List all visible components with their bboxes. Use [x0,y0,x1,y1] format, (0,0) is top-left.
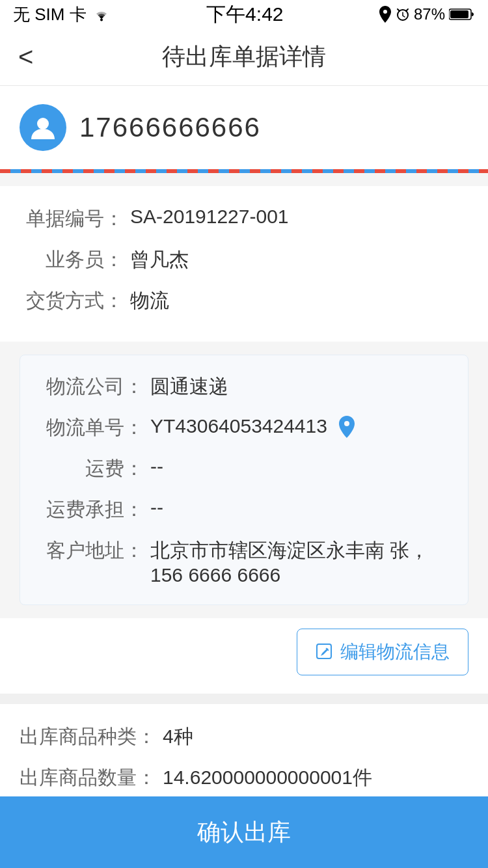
svg-point-0 [100,19,103,21]
location-status-icon [379,6,392,23]
freight-bear-row: 运费承担： -- [40,496,448,523]
address-row: 客户地址： 北京市市辖区海淀区永丰南 张，156 6666 6666 [40,537,448,586]
logistics-tracking-label: 物流单号： [40,414,144,441]
salesman-label: 业务员： [20,247,124,273]
basic-info-section: 单据编号： SA-20191227-001 业务员： 曾凡杰 交货方式： 物流 [0,186,488,342]
svg-rect-3 [450,10,468,18]
back-button[interactable]: < [18,42,33,72]
page-title: 待出库单据详情 [162,41,326,73]
wifi-icon [92,7,111,21]
nav-bar: < 待出库单据详情 [0,29,488,86]
content: 17666666666 单据编号： SA-20191227-001 业务员： 曾… [0,86,488,868]
logistics-tracking-row: 物流单号： YT43064053424413 [40,414,448,441]
confirm-button-label: 确认出库 [197,817,291,848]
battery-text: 87% [414,5,445,23]
status-left: 无 SIM 卡 [13,3,111,26]
delivery-label: 交货方式： [20,288,124,314]
edit-logistics-section: 编辑物流信息 [0,618,488,694]
user-section: 17666666666 [0,86,488,169]
order-no-label: 单据编号： [20,206,124,232]
logistics-company-value: 圆通速递 [144,373,448,400]
user-icon [29,113,57,142]
delivery-row: 交货方式： 物流 [20,288,468,314]
logistics-company-label: 物流公司： [40,373,144,400]
salesman-value: 曾凡杰 [124,247,468,273]
section-divider [0,694,488,704]
product-type-label: 出库商品种类： [20,724,156,750]
logistics-company-row: 物流公司： 圆通速递 [40,373,448,400]
freight-bear-label: 运费承担： [40,496,144,523]
edit-logistics-button[interactable]: 编辑物流信息 [297,629,468,675]
status-time: 下午4:42 [206,1,283,28]
carrier-text: 无 SIM 卡 [13,3,87,26]
product-type-row: 出库商品种类： 4种 [20,724,468,750]
product-quantity-row: 出库商品数量： 14.620000000000001件 [20,765,468,791]
product-quantity-value: 14.620000000000001件 [156,765,468,791]
logistics-tracking-value: YT43064053424413 [144,414,448,438]
status-bar: 无 SIM 卡 下午4:42 87% [0,0,488,29]
tracking-location-icon[interactable] [335,414,359,438]
freight-value: -- [144,455,448,478]
logistics-card: 物流公司： 圆通速递 物流单号： YT43064053424413 运费： --… [20,355,468,605]
order-no-row: 单据编号： SA-20191227-001 [20,206,468,232]
address-label: 客户地址： [40,537,144,564]
freight-row: 运费： -- [40,455,448,482]
tracking-number: YT43064053424413 [150,415,327,437]
edit-logistics-label: 编辑物流信息 [340,640,450,664]
delivery-value: 物流 [124,288,468,314]
address-value: 北京市市辖区海淀区永丰南 张，156 6666 6666 [144,537,448,586]
freight-label: 运费： [40,455,144,482]
product-quantity-label: 出库商品数量： [20,765,156,791]
product-type-value: 4种 [156,724,468,750]
alarm-icon [396,7,410,22]
edit-icon [316,643,334,661]
status-right: 87% [379,5,475,23]
user-phone: 17666666666 [79,112,261,143]
avatar [20,104,66,151]
battery-icon [449,8,475,21]
dashed-separator [0,169,488,173]
freight-bear-value: -- [144,496,448,519]
confirm-button[interactable]: 确认出库 [0,796,488,868]
salesman-row: 业务员： 曾凡杰 [20,247,468,273]
order-no-value: SA-20191227-001 [124,206,468,228]
svg-point-4 [37,118,49,129]
